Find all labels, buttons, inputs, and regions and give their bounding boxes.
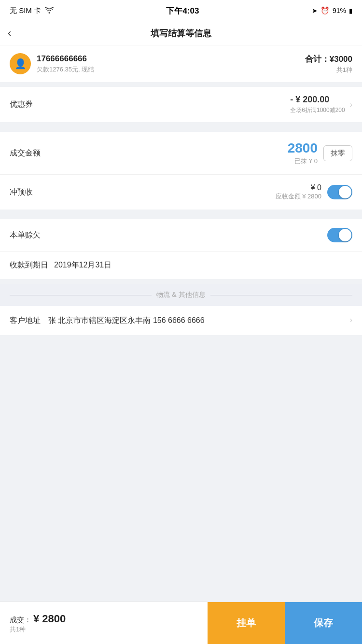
save-button[interactable]: 保存 [285,602,362,644]
prepay-amount-col: ¥ 0 应收金额 ¥ 2800 [276,183,321,201]
hold-button[interactable]: 挂单 [208,602,285,644]
writeoff-label: 本单赊欠 [10,230,41,240]
customer-subtitle: 欠款1276.35元, 现结 [37,65,94,74]
customer-card: 👤 17666666666 欠款1276.35元, 现结 合计：¥3000 共1… [0,45,362,82]
coupon-right: - ¥ 200.00 全场6折满1000减200 › [290,95,352,114]
logistics-label: 物流 & 其他信息 [156,291,205,299]
status-right: ➤ ⏰ 91% ▮ [312,6,352,15]
coupon-amount: - ¥ 200.00 [290,95,345,105]
status-time: 下午4:03 [166,5,199,16]
address-section[interactable]: 客户地址 张 北京市市辖区海淀区永丰南 156 6666 6666 › [0,306,362,335]
status-bar: 无 SIM 卡 下午4:03 ➤ ⏰ 91% ▮ [0,0,362,21]
page-title: 填写结算等信息 [151,28,211,39]
deal-amount-right: 2800 已抹 ¥ 0 抹零 [288,140,352,166]
coupon-section: 优惠券 - ¥ 200.00 全场6折满1000减200 › [0,87,362,122]
page-header: ‹ 填写结算等信息 [0,21,362,45]
location-icon: ➤ [312,7,318,14]
customer-info-left: 👤 17666666666 欠款1276.35元, 现结 [10,53,94,74]
main-content: 👤 17666666666 欠款1276.35元, 现结 合计：¥3000 共1… [0,45,362,441]
duedate-section: 收款到期日 2019年12月31日 [0,252,362,284]
alarm-icon: ⏰ [320,6,330,15]
carrier-label: 无 SIM 卡 [10,6,41,15]
toggle-knob [339,186,351,198]
total-amount: 合计：¥3000 [305,54,352,65]
divider-2 [0,214,362,219]
sep-line-right [210,295,352,295]
total-count: 共1种 [305,66,352,74]
coupon-row[interactable]: 优惠券 - ¥ 200.00 全场6折满1000减200 › [0,87,362,122]
bottom-amount: ¥ 2800 [33,613,66,625]
amount-section: 成交金额 2800 已抹 ¥ 0 抹零 冲预收 ¥ 0 应收金额 ¥ 2800 [0,132,362,210]
bottom-bar: 成交： ¥ 2800 共1种 挂单 保存 [0,602,362,644]
writeoff-section: 本单赊欠 [0,219,362,252]
wifi-icon [45,7,54,15]
prepay-row: 冲预收 ¥ 0 应收金额 ¥ 2800 [0,175,362,210]
battery-label: 91% [333,7,346,14]
coupon-label: 优惠券 [10,99,33,110]
bottom-deal-label: 成交： [10,616,31,625]
address-chevron-icon: › [350,316,352,324]
deal-amount-col: 2800 已抹 ¥ 0 [288,140,318,166]
back-button[interactable]: ‹ [8,27,11,40]
deal-amount-row: 成交金额 2800 已抹 ¥ 0 抹零 [0,132,362,175]
divider-1 [0,127,362,132]
prepay-right: ¥ 0 应收金额 ¥ 2800 [276,183,352,201]
address-label: 客户地址 [10,316,41,326]
bottom-deal-row: 成交： ¥ 2800 [10,613,198,625]
deal-amount-label: 成交金额 [10,148,41,158]
customer-phone: 17666666666 [37,54,94,64]
duedate-label: 收款到期日 [10,260,48,270]
battery-icon: ▮ [349,7,352,14]
customer-total: 合计：¥3000 共1种 [305,54,352,74]
logistics-separator: 物流 & 其他信息 [0,284,362,306]
prepay-sub: 应收金额 ¥ 2800 [276,192,321,201]
sep-line-left [10,295,152,295]
writeoff-toggle-knob [339,229,351,241]
address-value: 张 北京市市辖区海淀区永丰南 156 6666 6666 [48,315,345,326]
status-left: 无 SIM 卡 [10,6,54,15]
avatar: 👤 [10,53,31,74]
prepay-toggle[interactable] [327,185,352,199]
prepay-label: 冲预收 [10,187,33,197]
bottom-count: 共1种 [10,625,198,634]
deal-amount-value: 2800 [288,140,318,156]
gray-area [0,335,362,393]
bottom-info: 成交： ¥ 2800 共1种 [0,613,208,634]
coupon-amount-col: - ¥ 200.00 全场6折满1000减200 [290,95,345,114]
avatar-icon: 👤 [14,58,27,70]
coupon-chevron-icon: › [350,100,352,109]
duedate-value: 2019年12月31日 [54,260,111,270]
prepay-amount: ¥ 0 [276,183,321,192]
customer-details: 17666666666 欠款1276.35元, 现结 [37,54,94,74]
round-button[interactable]: 抹零 [323,145,352,161]
deal-amount-sub: 已抹 ¥ 0 [288,157,318,166]
coupon-desc: 全场6折满1000减200 [290,106,345,114]
writeoff-toggle[interactable] [327,228,352,242]
